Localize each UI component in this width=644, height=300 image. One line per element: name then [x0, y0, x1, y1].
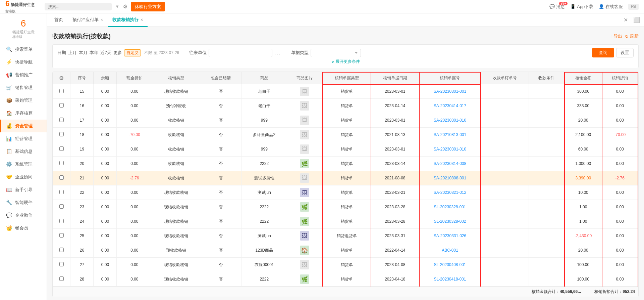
filter-expand-btn[interactable]: ∨ 展开更多条件 [57, 57, 634, 65]
date-custom-btn[interactable]: 自定义 [124, 49, 141, 56]
page-area: 收款核销执行(按收款) ↑ 导出 ↻ 刷新 日期 [47, 27, 644, 300]
table-row: 19 0.00 0.00 收款核销 否 999 🖼 销货单 2023-03-01… [53, 142, 638, 157]
cell-checkbox[interactable] [53, 200, 70, 214]
sidebar-item-basic[interactable]: 📋基础信息 [0, 145, 47, 158]
cell-checkbox[interactable] [53, 258, 70, 272]
sidebar-item-sales[interactable]: 🛒销售管理 [0, 81, 47, 94]
row-checkbox[interactable] [59, 219, 64, 223]
cell-verify-type: 收款核销 [152, 128, 200, 142]
cell-seq: 23 [70, 200, 94, 214]
sidebar-item-finance[interactable]: 💰资金管理 [0, 120, 47, 132]
cell-checkbox[interactable] [53, 185, 70, 200]
tab-collection[interactable]: 收款核销执行 × [108, 13, 148, 27]
tab-prepay[interactable]: 预付冲应付单 × [68, 13, 108, 27]
cell-checkbox[interactable] [53, 229, 70, 243]
cell-seq: 27 [70, 258, 94, 272]
page-header: 收款核销执行(按收款) ↑ 导出 ↻ 刷新 [52, 32, 639, 40]
from-unit-more[interactable]: ... [274, 50, 281, 56]
bill-no-link[interactable]: SA-20210813-001 [434, 132, 466, 137]
col-balance: 余额 [94, 72, 117, 84]
sidebar-item-system[interactable]: ⚙️系统管理 [0, 158, 47, 171]
cell-balance: 0.00 [94, 185, 117, 200]
bill-no-link[interactable]: SL-20230328-002 [434, 219, 466, 224]
bill-no-link[interactable]: SA-20230321-012 [434, 190, 466, 195]
from-unit-input[interactable] [209, 49, 272, 57]
dropdown-toggle[interactable]: ▼ [115, 4, 119, 9]
tab-collection-close[interactable]: × [141, 17, 143, 22]
sidebar-icon-vip: 👑 [6, 225, 12, 231]
sidebar-item-enterprise[interactable]: 🤝企业协同 [0, 171, 47, 183]
cell-goods-img: 🖼 [287, 84, 323, 99]
top-search-input[interactable] [45, 3, 112, 10]
bill-no-link[interactable]: SA-20230301-010 [434, 147, 466, 152]
row-checkbox[interactable] [59, 118, 64, 122]
bill-no-link[interactable]: SA-20230414-017 [434, 103, 466, 108]
bill-no-link[interactable]: SA-20230314-008 [434, 161, 466, 166]
date-last-month[interactable]: 上月 [68, 50, 77, 56]
message-badge[interactable]: 💬 消息 99+ [549, 4, 565, 10]
cell-checkbox[interactable] [53, 128, 70, 142]
row-checkbox[interactable] [59, 233, 64, 238]
cell-include-settled: 否 [200, 200, 241, 214]
bill-no-link[interactable]: SL-20230418-001 [434, 277, 466, 282]
app-download[interactable]: 📱 App下载 [570, 4, 593, 10]
row-checkbox[interactable] [59, 175, 64, 180]
date-this-month[interactable]: 本月 [79, 50, 88, 56]
solution-button[interactable]: 休验行业方案 [131, 2, 165, 11]
tab-home[interactable]: 首页 [50, 13, 68, 27]
export-button[interactable]: ↑ 导出 [610, 33, 623, 39]
row-checkbox[interactable] [59, 89, 64, 93]
date-7days[interactable]: 近7天 [100, 50, 111, 56]
refresh-button[interactable]: ↻ 刷新 [625, 33, 639, 39]
cell-checkbox[interactable] [53, 214, 70, 229]
row-checkbox[interactable] [59, 161, 64, 165]
bill-no-link[interactable]: SA-20230301-010 [434, 118, 466, 123]
gear-icon[interactable]: ⚙ [59, 75, 64, 81]
cell-checkbox[interactable] [53, 272, 70, 287]
voucher-type-select[interactable] [311, 49, 361, 57]
cell-checkbox[interactable] [53, 142, 70, 157]
row-checkbox[interactable] [59, 276, 64, 281]
cell-receipt-condition [529, 200, 565, 214]
sidebar-item-inventory[interactable]: 🏠库存核算 [0, 107, 47, 120]
cell-checkbox[interactable] [53, 99, 70, 113]
sidebar-item-guide[interactable]: 📖新手引导 [0, 183, 47, 196]
row-checkbox[interactable] [59, 190, 64, 194]
sidebar-item-wechat[interactable]: 💬企业微信 [0, 209, 47, 222]
cell-cash-discount: 0.00 [117, 214, 152, 229]
row-checkbox[interactable] [59, 248, 64, 252]
sidebar-item-operations[interactable]: 📊经营管理 [0, 132, 47, 145]
cell-checkbox[interactable] [53, 84, 70, 99]
row-checkbox[interactable] [59, 146, 64, 151]
tab-prepay-close[interactable]: × [101, 17, 103, 22]
online-service[interactable]: 👤 在线客服 [599, 4, 623, 10]
cell-checkbox[interactable] [53, 157, 70, 171]
row-checkbox[interactable] [59, 132, 64, 136]
date-this-year[interactable]: 本年 [90, 50, 98, 56]
sidebar-item-purchase[interactable]: 📦采购管理 [0, 94, 47, 107]
bill-no-link[interactable]: SA-20210808-001 [434, 176, 466, 180]
bill-no-link[interactable]: SA-20230301-001 [434, 89, 466, 94]
bill-no-link[interactable]: SA-20230331-026 [434, 233, 466, 238]
search-button[interactable]: 查询 [592, 48, 614, 57]
row-checkbox[interactable] [59, 204, 64, 209]
sidebar-item-search-menu[interactable]: 🔍搜索菜单 [0, 43, 47, 56]
filter-settings-button[interactable]: 设置 [616, 48, 634, 57]
cell-checkbox[interactable] [53, 171, 70, 185]
sidebar-item-hardware[interactable]: 🔧智能硬件 [0, 196, 47, 209]
tab-maximize-icon[interactable]: ⬜ [632, 15, 641, 25]
tab-close-icon[interactable]: ✕ [622, 15, 629, 25]
cell-checkbox[interactable] [53, 243, 70, 258]
row-checkbox[interactable] [59, 262, 64, 266]
sidebar-item-vip[interactable]: 👑畅会员 [0, 222, 47, 234]
col-gear[interactable]: ⚙ [53, 72, 70, 84]
sidebar-item-marketing[interactable]: 📢营销推广 [0, 69, 47, 81]
bill-no-link[interactable]: ABC-001 [442, 248, 458, 253]
row-checkbox[interactable] [59, 103, 64, 108]
cell-checkbox[interactable] [53, 113, 70, 128]
sidebar-item-quick-nav[interactable]: ⚡快捷导航 [0, 56, 47, 69]
date-more[interactable]: 更多 [113, 50, 122, 56]
bill-no-link[interactable]: SL-20230328-001 [434, 205, 466, 209]
bill-no-link[interactable]: SL-20230408-001 [434, 262, 466, 267]
settings-gear-icon[interactable]: ⚙ [123, 3, 127, 10]
